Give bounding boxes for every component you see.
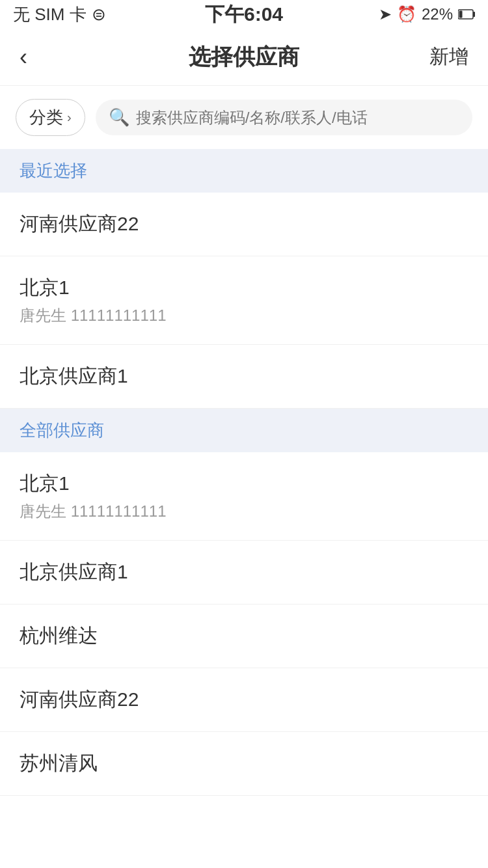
all-section-header: 全部供应商: [0, 409, 488, 452]
filter-bar: 分类 › 🔍: [0, 86, 488, 149]
search-icon: 🔍: [109, 107, 129, 128]
list-item[interactable]: 苏州清风: [0, 732, 488, 796]
item-name: 苏州清风: [20, 750, 468, 777]
page-title: 选择供应商: [189, 42, 299, 72]
status-bar: 无 SIM 卡 ⊜ 下午6:04 ➤ ⏰ 22%: [0, 0, 488, 29]
status-right: ➤ ⏰ 22%: [379, 5, 475, 23]
svg-rect-2: [459, 11, 463, 18]
list-item[interactable]: 北京1唐先生 11111111111: [0, 452, 488, 541]
svg-rect-1: [473, 12, 475, 17]
list-item[interactable]: 北京供应商1: [0, 345, 488, 409]
item-sub: 唐先生 11111111111: [20, 305, 468, 326]
list-item[interactable]: 北京1唐先生 11111111111: [0, 256, 488, 345]
status-time: 下午6:04: [205, 1, 283, 28]
item-name: 北京供应商1: [20, 363, 468, 390]
category-filter-button[interactable]: 分类 ›: [16, 99, 85, 136]
category-label: 分类: [29, 106, 63, 129]
all-section-label: 全部供应商: [20, 420, 104, 440]
list-item[interactable]: 杭州维达: [0, 604, 488, 668]
chevron-right-icon: ›: [67, 110, 72, 125]
item-name: 河南供应商22: [20, 211, 468, 237]
wifi-icon: ⊜: [92, 5, 106, 25]
item-name: 北京供应商1: [20, 559, 468, 586]
list-item[interactable]: 河南供应商22: [0, 193, 488, 256]
item-sub: 唐先生 11111111111: [20, 501, 468, 522]
recent-section-header: 最近选择: [0, 149, 488, 193]
recent-section-label: 最近选择: [20, 161, 87, 180]
no-sim-text: 无 SIM 卡: [13, 3, 87, 26]
recent-items-list: 河南供应商22北京1唐先生 11111111111北京供应商1: [0, 193, 488, 409]
search-input[interactable]: [136, 109, 459, 127]
item-name: 河南供应商22: [20, 686, 468, 713]
item-name: 北京1: [20, 470, 468, 497]
list-item[interactable]: 河南供应商22: [0, 668, 488, 732]
alarm-icon: ⏰: [397, 5, 416, 23]
search-bar[interactable]: 🔍: [96, 100, 472, 135]
battery-icon: [458, 5, 475, 23]
add-button[interactable]: 新增: [429, 44, 468, 70]
item-name: 北京1: [20, 275, 468, 301]
all-items-list: 北京1唐先生 11111111111北京供应商1杭州维达河南供应商22苏州清风: [0, 452, 488, 796]
item-name: 杭州维达: [20, 623, 468, 649]
nav-bar: ‹ 选择供应商 新增: [0, 29, 488, 86]
battery-percent: 22%: [422, 5, 453, 23]
list-item[interactable]: 北京供应商1: [0, 541, 488, 604]
location-icon: ➤: [379, 5, 392, 23]
status-left: 无 SIM 卡 ⊜: [13, 3, 106, 26]
back-button[interactable]: ‹: [20, 44, 59, 71]
